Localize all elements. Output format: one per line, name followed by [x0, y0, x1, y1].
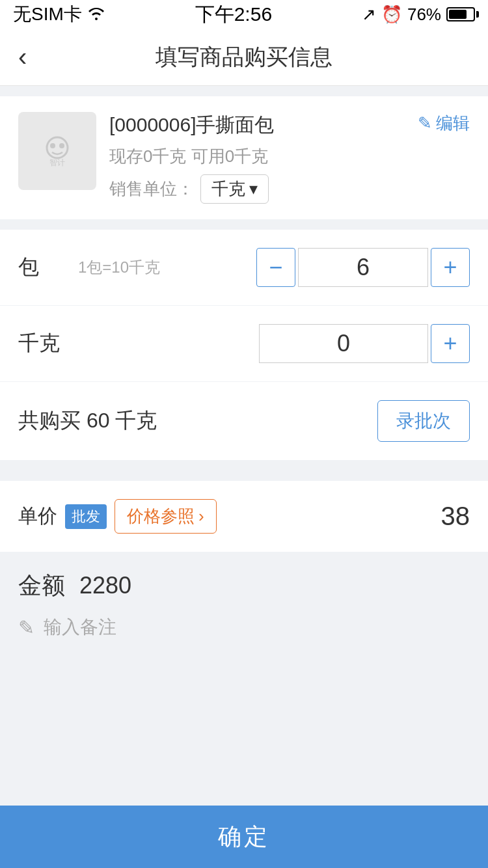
qty-controls-kg: + [259, 324, 470, 363]
unit-label: 销售单位： [109, 178, 194, 200]
qty-label-bao: 包 [18, 253, 70, 282]
price-label: 单价 批发 价格参照 › [18, 499, 217, 534]
record-batch-button[interactable]: 录批次 [377, 400, 470, 442]
nav-bar: ‹ 填写商品购买信息 [0, 29, 488, 86]
edit-icon: ✎ [418, 113, 432, 133]
amount-row: 金额 2280 [18, 570, 470, 602]
divider-2 [0, 460, 488, 470]
unit-select[interactable]: 千克 ▾ [200, 174, 269, 204]
battery-percent: 76% [407, 5, 441, 25]
product-image: 智计 [18, 112, 96, 190]
total-text: 共购买 60 千克 [18, 407, 157, 435]
bottom-spacer [0, 653, 488, 731]
price-section: 单价 批发 价格参照 › 38 [0, 481, 488, 552]
amount-value: 2280 [79, 572, 131, 599]
back-button[interactable]: ‹ [18, 42, 27, 72]
product-unit-row: 销售单位： 千克 ▾ [109, 174, 470, 204]
qty-hint-bao: 1包=10千克 [78, 257, 256, 278]
divider-1 [0, 219, 488, 230]
alarm-icon: ⏰ [381, 5, 402, 25]
batch-tag: 批发 [65, 504, 107, 529]
unit-dropdown-icon: ▾ [249, 179, 258, 199]
qty-input-bao[interactable] [298, 248, 428, 287]
price-ref-label: 价格参照 [127, 505, 195, 528]
page-title: 填写商品购买信息 [156, 42, 332, 72]
price-value: 38 [441, 502, 470, 531]
svg-point-1 [50, 143, 55, 148]
svg-text:智计: 智计 [49, 158, 65, 167]
location-icon: ↗ [362, 5, 376, 25]
product-stock: 现存0千克 可用0千克 [109, 145, 470, 168]
status-time: 下午2:56 [195, 1, 272, 28]
status-left: 无SIM卡 [13, 2, 105, 27]
price-ref-arrow: › [198, 506, 204, 526]
carrier-text: 无SIM卡 [13, 2, 82, 27]
amount-label: 金额 [18, 572, 65, 599]
edit-button[interactable]: ✎ 编辑 [418, 112, 470, 135]
remark-icon: ✎ [18, 616, 34, 639]
price-text: 单价 [18, 503, 57, 530]
status-right: ↗ ⏰ 76% [362, 5, 475, 25]
price-row: 单价 批发 价格参照 › 38 [18, 499, 470, 534]
qty-label-kg: 千克 [18, 329, 70, 358]
remark-placeholder: 输入备注 [44, 615, 116, 640]
status-bar: 无SIM卡 下午2:56 ↗ ⏰ 76% [0, 0, 488, 29]
qty-plus-bao[interactable]: + [431, 248, 470, 287]
battery-icon [446, 7, 475, 21]
qty-minus-bao[interactable]: − [256, 248, 295, 287]
svg-point-2 [59, 143, 64, 148]
quantity-row-bao: 包 1包=10千克 − + [0, 230, 488, 306]
product-logo-icon: 智计 [38, 131, 77, 170]
wifi-icon [87, 4, 105, 25]
qty-plus-kg[interactable]: + [431, 324, 470, 363]
confirm-button[interactable]: 确定 [0, 806, 488, 868]
product-info: [0000006]手撕面包 现存0千克 可用0千克 销售单位： 千克 ▾ [109, 112, 470, 204]
amount-section: 金额 2280 ✎ 输入备注 [0, 552, 488, 653]
product-name: [0000006]手撕面包 [109, 112, 470, 139]
edit-label: 编辑 [436, 112, 470, 135]
qty-controls-bao: − + [256, 248, 470, 287]
product-card: 智计 [0000006]手撕面包 现存0千克 可用0千克 销售单位： 千克 ▾ … [0, 96, 488, 219]
unit-value: 千克 [211, 178, 245, 200]
price-reference-button[interactable]: 价格参照 › [115, 499, 217, 534]
quantity-section: 包 1包=10千克 − + 千克 + 共购买 60 千克 录批次 [0, 230, 488, 460]
total-row: 共购买 60 千克 录批次 [0, 382, 488, 460]
remark-row[interactable]: ✎ 输入备注 [18, 615, 470, 640]
quantity-row-kg: 千克 + [0, 306, 488, 382]
qty-input-kg[interactable] [259, 324, 428, 363]
